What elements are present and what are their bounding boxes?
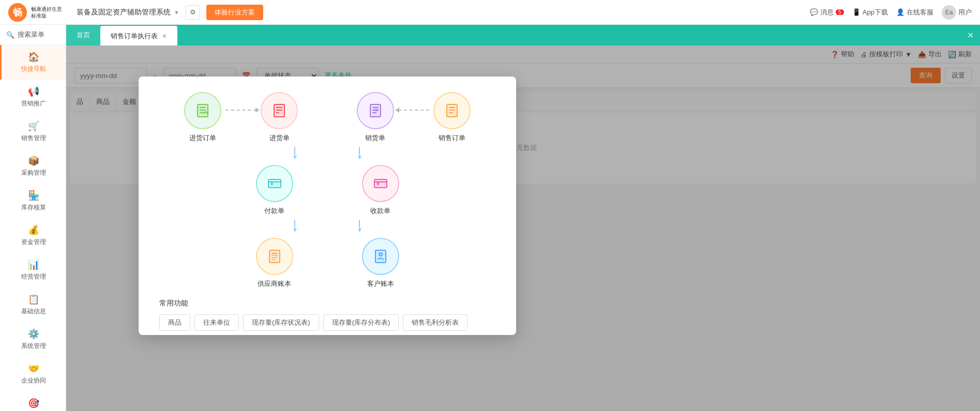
guide-icon: 🎯 (28, 398, 39, 409)
svg-rect-35 (375, 250, 386, 263)
sales-bill-icon (357, 92, 394, 129)
tab-close-icon[interactable]: ✕ (162, 33, 167, 40)
flow-node-sales-bill[interactable]: 销货单 (357, 92, 394, 143)
sidebar-item-marketing[interactable]: 📢 营销推广 (0, 80, 66, 114)
func-btn-product[interactable]: 商品 (159, 314, 190, 331)
sidebar-item-inventory[interactable]: 🏪 库存核算 (0, 184, 66, 218)
purchase-order-icon (184, 92, 221, 129)
purchase-bill-icon (261, 92, 298, 129)
sidebar-item-operations[interactable]: 📊 经营管理 (0, 253, 66, 287)
message-icon: 💬 (810, 8, 818, 16)
svg-rect-16 (447, 104, 457, 117)
func-btn-contacts[interactable]: 往来单位 (194, 314, 239, 331)
receipt-bill-icon: ¥ (362, 165, 399, 202)
flow-node-sales-order[interactable]: 销售订单 (433, 92, 471, 143)
app-download-button[interactable]: 📱 App下载 (852, 8, 888, 17)
func-btn-stock-status[interactable]: 现存量(库存状况表) (243, 314, 319, 331)
finance-icon: 💰 (28, 224, 39, 236)
flow-node-purchase-order[interactable]: 进货订单 (184, 92, 221, 143)
download-icon: 📱 (852, 8, 861, 16)
sidebar-item-cooperation[interactable]: 🤝 企业协同 (0, 357, 66, 391)
sidebar-item-basic-info[interactable]: 📋 基础信息 (0, 287, 66, 322)
cooperation-icon: 🤝 (28, 363, 39, 374)
close-all-button[interactable]: ✕ (967, 31, 974, 40)
top-right-actions: 💬 消息 5 📱 App下载 👤 在线客服 Ea 用户 (810, 5, 972, 20)
logo-area: 畅 畅康通好生意标准版 (8, 3, 70, 22)
basic-info-icon: 📋 (28, 294, 39, 305)
user-menu[interactable]: Ea 用户 (942, 5, 972, 20)
sales-order-icon (433, 92, 471, 129)
purchase-icon: 📦 (28, 155, 39, 166)
arrow-h-2 (394, 110, 433, 125)
settings-button[interactable]: ⚙ (186, 5, 200, 20)
online-service-button[interactable]: 👤 在线客服 (896, 8, 933, 17)
dropdown-arrow-icon[interactable]: ▼ (174, 9, 179, 16)
modal-overlay[interactable]: 进货订单 (66, 45, 980, 411)
sidebar-item-system[interactable]: ⚙️ 系统管理 (0, 322, 66, 357)
tab-bar-end: ✕ (967, 31, 980, 40)
func-buttons-row: 商品 往来单位 现存量(库存状况表) 现存量(库存分布表) 销售毛利分析表 商品… (159, 314, 495, 335)
tab-sales-order[interactable]: 销售订单执行表 ✕ (100, 26, 177, 47)
customer-account-icon (362, 238, 399, 275)
marketing-icon: 📢 (28, 86, 39, 97)
message-badge: 5 (836, 9, 844, 15)
sidebar-item-finance[interactable]: 💰 资金管理 (0, 218, 66, 253)
func-btn-stock-dist[interactable]: 现存量(库存分布表) (323, 314, 399, 331)
sales-icon: 🛒 (28, 120, 39, 132)
tab-bar: 首页 销售订单执行表 ✕ ✕ (66, 25, 980, 45)
inventory-icon: 🏪 (28, 190, 39, 201)
arrow-h-1 (221, 110, 261, 125)
top-bar: 畅 畅康通好生意标准版 装备及固定资产辅助管理系统 ▼ ⚙ 体验行业方案 💬 消… (0, 0, 980, 25)
search-menu-button[interactable]: 🔍 搜索菜单 (0, 25, 66, 45)
operations-icon: 📊 (28, 259, 39, 270)
flow-node-receipt-bill[interactable]: ¥ 收款单 (362, 165, 399, 216)
sidebar-item-sales[interactable]: 🛒 销售管理 (0, 114, 66, 149)
logo-icon: 畅 (8, 3, 27, 22)
message-button[interactable]: 💬 消息 5 (810, 8, 844, 17)
experience-button[interactable]: 体验行业方案 (206, 5, 263, 20)
common-func-title: 常用功能 (159, 299, 495, 308)
common-functions: 常用功能 商品 往来单位 现存量(库存状况表) 现存量(库存分布表) 销售毛利分… (139, 299, 516, 335)
flow-chart: 进货订单 (139, 77, 516, 299)
func-btn-sales-margin[interactable]: 销售毛利分析表 (403, 314, 468, 331)
svg-rect-29 (269, 250, 280, 263)
search-icon: 🔍 (6, 31, 14, 39)
payment-bill-icon: ¥ (256, 165, 293, 202)
quick-nav-modal: 进货订单 (139, 77, 516, 335)
tab-home[interactable]: 首页 (66, 25, 100, 45)
flow-node-payment-bill[interactable]: ¥ 付款单 (256, 165, 293, 216)
system-title: 装备及固定资产辅助管理系统 ▼ (77, 8, 179, 17)
service-icon: 👤 (896, 8, 904, 16)
sidebar-item-purchase[interactable]: 📦 采购管理 (0, 149, 66, 184)
system-icon: ⚙️ (28, 328, 39, 340)
svg-rect-15 (374, 109, 379, 112)
page-content: ❓ 帮助 🖨 按模板打印 ▼ 📤 导出 🔄 刷新 (66, 45, 980, 411)
sidebar: 🔍 搜索菜单 🏠 快捷导航 📢 营销推广 🛒 销售管理 📦 采购管理 🏪 (0, 25, 66, 411)
sidebar-item-guide[interactable]: 🎯 新手引导 (0, 391, 66, 411)
avatar: Ea (942, 5, 956, 20)
supplier-account-icon (256, 238, 293, 275)
flow-node-customer-account[interactable]: 客户账本 (362, 238, 399, 288)
svg-rect-0 (198, 104, 208, 117)
flow-node-supplier-account[interactable]: 供应商账本 (256, 238, 293, 288)
svg-rect-5 (274, 104, 284, 117)
home-icon: 🏠 (28, 51, 39, 63)
logo-text: 畅康通好生意标准版 (31, 6, 62, 19)
flow-node-purchase-bill[interactable]: 进货单 (261, 92, 298, 143)
sidebar-item-quick-nav[interactable]: 🏠 快捷导航 (0, 45, 66, 80)
